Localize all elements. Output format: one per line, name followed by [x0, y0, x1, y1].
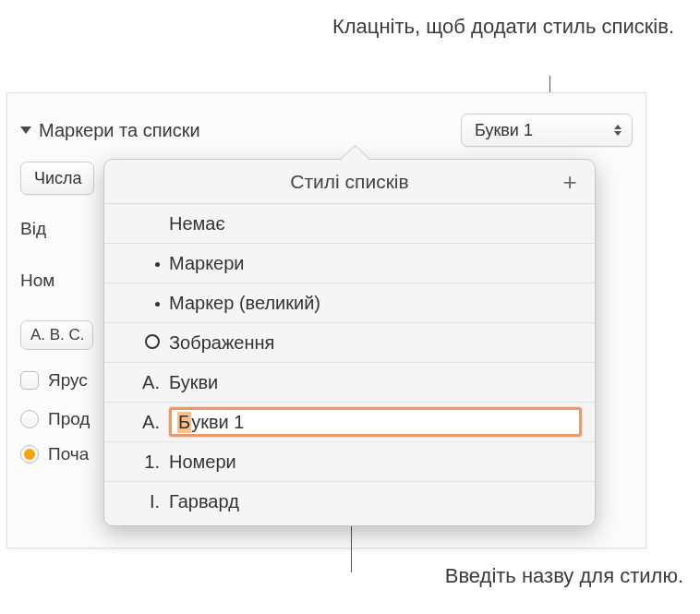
list-style-name: Номери [169, 451, 582, 473]
image-marker-icon [145, 334, 160, 349]
list-style-item[interactable]: Зображення [104, 323, 595, 363]
list-style-marker: I. [121, 491, 169, 512]
list-style-popup[interactable]: Букви 1 [461, 114, 633, 147]
numbers-popup[interactable]: Числа [20, 162, 94, 195]
list-style-value: Букви 1 [475, 121, 609, 140]
list-style-name: Зображення [169, 332, 582, 354]
list-style-marker [121, 293, 169, 314]
callout-enter-name: Введіть назву для стилю. [314, 564, 683, 588]
section-title: Маркери та списки [39, 120, 200, 141]
bullet-icon [155, 262, 160, 267]
list-style-name: Гарвард [169, 491, 582, 512]
start-from-radio[interactable] [20, 445, 39, 464]
numbers-popup-label: Числа [34, 169, 88, 188]
list-style-name: Букви [169, 372, 582, 393]
number-format-value: А. В. С. [30, 326, 85, 344]
list-style-marker: A. [121, 412, 169, 433]
tiered-checkbox[interactable] [20, 371, 39, 390]
list-style-marker [121, 332, 169, 354]
popover-title: Стилі списків [290, 171, 408, 193]
style-name-input[interactable]: Букви 1 [169, 407, 582, 437]
list-style-item[interactable]: 1.Номери [104, 442, 595, 482]
updown-arrows-icon [609, 125, 626, 136]
list-style-item[interactable]: Маркери [104, 244, 595, 283]
list-style-item[interactable]: Немає [104, 204, 595, 244]
add-style-button[interactable]: + [558, 170, 582, 194]
list-style-item[interactable]: I.Гарвард [104, 482, 595, 522]
numbers-label: Ном [20, 271, 54, 291]
continue-radio[interactable] [20, 410, 39, 428]
list-style-marker: А. [121, 372, 169, 393]
bullets-lists-section: Маркери та списки Букви 1 [7, 93, 646, 156]
list-style-name: Маркери [169, 253, 582, 274]
plus-icon: + [562, 170, 576, 194]
list-style-marker: 1. [121, 451, 169, 473]
callout-add-style: Клацніть, щоб додати стиль списків. [296, 13, 674, 41]
bullet-icon [155, 302, 160, 307]
start-from-label: Поча [48, 444, 89, 464]
continue-label: Прод [48, 409, 90, 429]
tiered-label: Ярус [48, 370, 88, 391]
number-format-popup[interactable]: А. В. С. [20, 320, 93, 350]
list-style-item[interactable]: Маркер (великий) [104, 283, 595, 323]
list-style-item[interactable]: A.Букви 1 [104, 403, 595, 442]
list-style-name: Немає [169, 213, 582, 235]
popover-header: Стилі списків + [104, 160, 595, 204]
list-styles-list: НемаєМаркериМаркер (великий)ЗображенняА.… [104, 204, 595, 522]
list-style-item[interactable]: А.Букви [104, 363, 595, 403]
indent-label: Від [20, 219, 46, 239]
chevron-down-icon[interactable] [20, 126, 31, 134]
list-style-marker [121, 253, 169, 274]
list-styles-popover: Стилі списків + НемаєМаркериМаркер (вели… [103, 159, 596, 526]
list-style-name: Маркер (великий) [169, 293, 582, 314]
